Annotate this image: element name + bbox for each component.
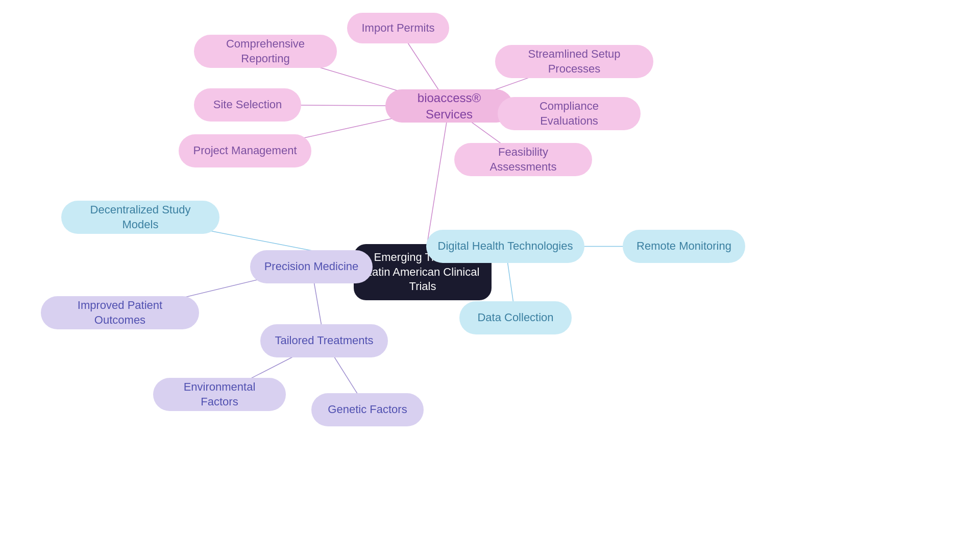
- comprehensive-reporting-node: Comprehensive Reporting: [194, 35, 337, 68]
- improved-patient-outcomes-node: Improved Patient Outcomes: [41, 296, 199, 329]
- project-management-node: Project Management: [179, 134, 311, 167]
- tailored-treatments-node: Tailored Treatments: [260, 324, 388, 357]
- bioaccess-node: bioaccess® Services: [385, 89, 513, 123]
- import-permits-node: Import Permits: [347, 13, 449, 43]
- digital-health-node: Digital Health Technologies: [426, 230, 584, 263]
- precision-medicine-node: Precision Medicine: [250, 250, 373, 283]
- genetic-factors-node: Genetic Factors: [311, 393, 424, 426]
- site-selection-node: Site Selection: [194, 88, 301, 122]
- streamlined-setup-node: Streamlined Setup Processes: [495, 45, 653, 78]
- feasibility-assessments-node: Feasibility Assessments: [454, 143, 592, 176]
- environmental-factors-node: Environmental Factors: [153, 378, 286, 411]
- decentralized-study-node: Decentralized Study Models: [61, 201, 219, 234]
- data-collection-node: Data Collection: [459, 301, 572, 334]
- remote-monitoring-node: Remote Monitoring: [623, 230, 745, 263]
- compliance-evaluations-node: Compliance Evaluations: [498, 97, 641, 130]
